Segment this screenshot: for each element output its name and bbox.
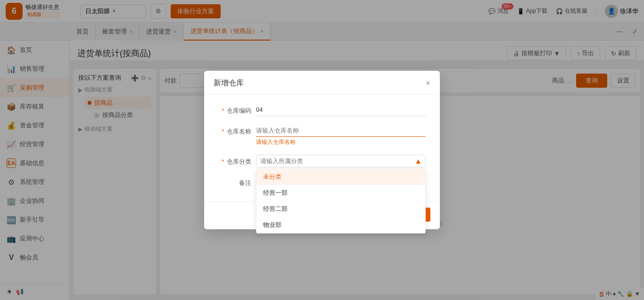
name-input[interactable] xyxy=(256,125,426,137)
modal-title: 新增仓库 xyxy=(214,78,244,88)
category-select-wrap: ▲ 未分类 经营一部 经营二部 物业部 xyxy=(256,155,426,167)
modal-overlay: 新增仓库 × * 仓库编码 * 仓库名称 xyxy=(0,0,644,300)
category-input[interactable] xyxy=(256,155,426,167)
note-label: 备注 xyxy=(218,176,251,187)
dropdown-item-property[interactable]: 物业部 xyxy=(256,217,425,233)
modal-header: 新增仓库 × xyxy=(204,71,440,94)
code-field-row: * 仓库编码 xyxy=(218,104,426,116)
category-field-row: * 仓库分类 ▲ 未分类 经营一部 经营二部 物业部 xyxy=(218,155,426,167)
name-label-text: 仓库名称 xyxy=(227,128,251,135)
name-field-row: * 仓库名称 请输入仓库名称 xyxy=(218,125,426,146)
required-mark-code: * xyxy=(222,107,224,114)
required-mark-name: * xyxy=(222,128,224,135)
code-field-wrap xyxy=(256,104,426,116)
category-label: * 仓库分类 xyxy=(218,155,251,166)
modal-body: * 仓库编码 * 仓库名称 请输入仓库名称 xyxy=(204,94,440,201)
name-error-msg: 请输入仓库名称 xyxy=(256,138,426,146)
dropdown-item-operations1[interactable]: 经营一部 xyxy=(256,185,425,201)
modal-close-button[interactable]: × xyxy=(425,78,430,88)
code-input[interactable] xyxy=(256,104,426,116)
dropdown-item-unclassified[interactable]: 未分类 xyxy=(256,169,425,185)
category-label-text: 仓库分类 xyxy=(227,158,251,165)
add-warehouse-modal: 新增仓库 × * 仓库编码 * 仓库名称 xyxy=(204,71,440,229)
category-dropdown: 未分类 经营一部 经营二部 物业部 xyxy=(256,168,426,233)
code-label-text: 仓库编码 xyxy=(227,107,251,114)
required-mark-category: * xyxy=(222,158,224,165)
code-label: * 仓库编码 xyxy=(218,104,251,115)
name-field-wrap: 请输入仓库名称 xyxy=(256,125,426,146)
name-label: * 仓库名称 xyxy=(218,125,251,136)
dropdown-item-operations2[interactable]: 经营二部 xyxy=(256,201,425,217)
